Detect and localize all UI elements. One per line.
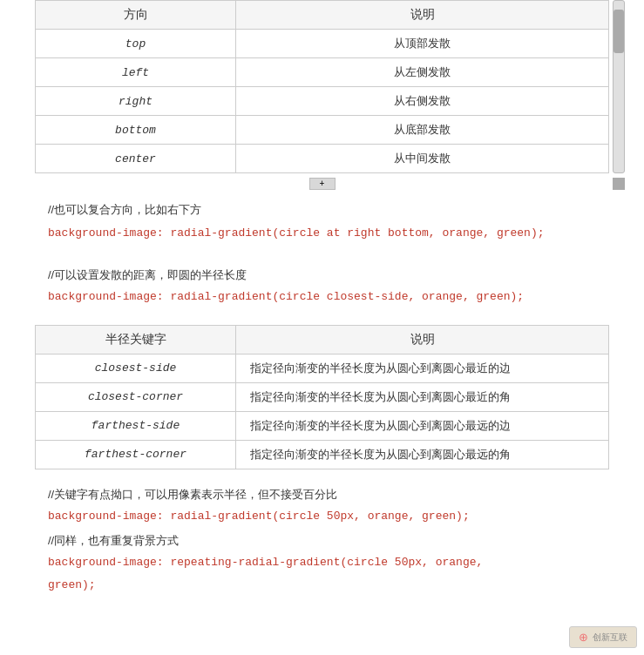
page-wrapper: 方向 说明 top 从顶部发散 left 从左侧发散 right — [0, 0, 644, 655]
table1-container: 方向 说明 top 从顶部发散 left 从左侧发散 right — [0, 0, 644, 190]
table-row: farthest-side 指定径向渐变的半径长度为从圆心到离圆心最远的边 — [36, 411, 609, 440]
code-section-3: background-image: radial-gradient(circle… — [0, 504, 644, 530]
scroll-corner — [613, 178, 625, 190]
code-4b-text: green); — [48, 578, 96, 591]
desc-left: 从左侧发散 — [236, 58, 609, 87]
col-header-radius-kw: 半径关键字 — [36, 325, 236, 354]
radius-table: 半径关键字 说明 closest-side 指定径向渐变的半径长度为从圆心到离圆… — [35, 325, 609, 469]
table2-container: 半径关键字 说明 closest-side 指定径向渐变的半径长度为从圆心到离圆… — [0, 325, 644, 469]
watermark-text: 创新互联 — [593, 631, 627, 644]
table-row: right 从右侧发散 — [36, 87, 609, 116]
radius-farthest-side: farthest-side — [36, 411, 236, 440]
code-2-text: background-image: radial-gradient(circle… — [48, 290, 524, 303]
col-header-desc: 说明 — [236, 1, 609, 30]
table-row: closest-corner 指定径向渐变的半径长度为从圆心到离圆心最近的角 — [36, 382, 609, 411]
comment-3-text: //关键字有点拗口，可以用像素表示半径，但不接受百分比 — [48, 488, 337, 501]
direction-top: top — [36, 30, 236, 58]
direction-table: 方向 说明 top 从顶部发散 left 从左侧发散 right — [35, 0, 609, 173]
desc-top: 从顶部发散 — [236, 30, 609, 58]
gap1 — [0, 255, 644, 262]
code-1-text: background-image: radial-gradient(circle… — [48, 226, 545, 240]
desc-bottom: 从底部发散 — [236, 116, 609, 145]
comment-2-text: //可以设置发散的距离，即圆的半径长度 — [48, 268, 247, 281]
comment-section-4: //同样，也有重复背景方式 — [0, 530, 644, 550]
direction-left: left — [36, 58, 236, 87]
radius-farthest-corner: farthest-corner — [36, 440, 236, 469]
desc-right: 从右侧发散 — [236, 87, 609, 116]
table-row: left 从左侧发散 — [36, 58, 609, 87]
watermark-area: ⊕ 创新互联 — [569, 626, 637, 648]
comment-section-1: //也可以复合方向，比如右下方 — [0, 190, 644, 221]
desc-closest-corner: 指定径向渐变的半径长度为从圆心到离圆心最近的角 — [236, 382, 609, 411]
col-header-direction: 方向 — [36, 1, 236, 30]
table-row: farthest-corner 指定径向渐变的半径长度为从圆心到离圆心最远的角 — [36, 440, 609, 469]
radius-closest-corner: closest-corner — [36, 382, 236, 411]
col-header-radius-desc: 说明 — [236, 325, 609, 354]
comment-1-text: //也可以复合方向，比如右下方 — [48, 202, 644, 218]
comment-4-text: //同样，也有重复背景方式 — [48, 534, 179, 547]
code-section-1: background-image: radial-gradient(circle… — [0, 221, 644, 255]
gap3 — [0, 469, 644, 480]
desc-closest-side: 指定径向渐变的半径长度为从圆心到离圆心最近的边 — [236, 354, 609, 382]
code-section-2: background-image: radial-gradient(circle… — [0, 285, 644, 319]
expand-button[interactable]: + — [309, 178, 336, 190]
table-row: center 从中间发散 — [36, 145, 609, 173]
desc-farthest-corner: 指定径向渐变的半径长度为从圆心到离圆心最远的角 — [236, 440, 609, 469]
desc-farthest-side: 指定径向渐变的半径长度为从圆心到离圆心最远的边 — [236, 411, 609, 440]
code-section-4b: green); — [0, 575, 644, 602]
direction-bottom: bottom — [36, 116, 236, 145]
radius-closest-side: closest-side — [36, 354, 236, 382]
direction-right: right — [36, 87, 236, 116]
scrollbar-track[interactable] — [613, 0, 625, 173]
code-3-text: background-image: radial-gradient(circle… — [48, 510, 470, 523]
expand-row: + — [35, 175, 609, 190]
comment-section-3: //关键字有点拗口，可以用像素表示半径，但不接受百分比 — [0, 480, 644, 504]
table-row: top 从顶部发散 — [36, 30, 609, 58]
code-section-4: background-image: repeating-radial-gradi… — [0, 550, 644, 574]
watermark-icon: ⊕ — [579, 631, 588, 644]
table-row: bottom 从底部发散 — [36, 116, 609, 145]
scrollbar-thumb[interactable] — [613, 10, 624, 53]
direction-center: center — [36, 145, 236, 173]
code-4-text: background-image: repeating-radial-gradi… — [48, 556, 483, 569]
desc-center: 从中间发散 — [236, 145, 609, 173]
table-row: closest-side 指定径向渐变的半径长度为从圆心到离圆心最近的边 — [36, 354, 609, 382]
comment-section-2: //可以设置发散的距离，即圆的半径长度 — [0, 262, 644, 285]
